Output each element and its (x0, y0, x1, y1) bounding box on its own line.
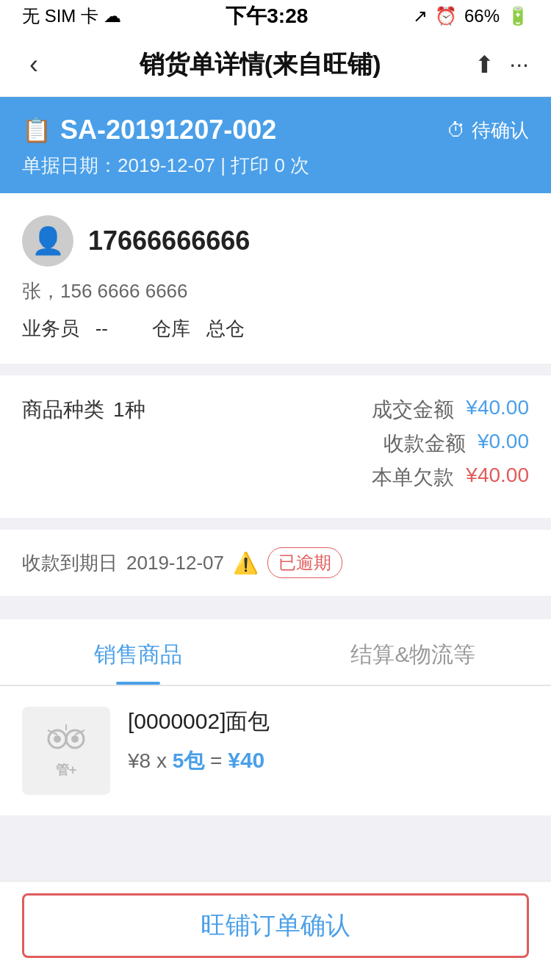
header-date: 单据日期：2019-12-07 | 打印 0 次 (22, 153, 529, 179)
sales-person-row: 业务员 -- (22, 316, 108, 342)
received-value: ¥0.00 (478, 430, 529, 458)
received-row: 收款金额 ¥0.00 (372, 430, 529, 458)
overdue-section: 收款到期日 2019-12-07 ⚠️ 已逾期 (0, 530, 551, 596)
customer-section: 👤 17666666666 张，156 6666 6666 业务员 -- 仓库 … (0, 193, 551, 364)
confirm-order-button[interactable]: 旺铺订单确认 (22, 893, 529, 958)
price-base: ¥8 x (128, 749, 173, 772)
price-qty: 5包 (173, 749, 205, 772)
owed-row: 本单欠款 ¥40.00 (372, 464, 529, 491)
warehouse-label: 仓库 (152, 317, 190, 339)
bottom-bar: 旺铺订单确认 (0, 881, 551, 980)
brand-label: 管+ (56, 761, 77, 779)
product-types-value: 1种 (113, 396, 145, 424)
nav-actions: ⬆ ··· (475, 51, 529, 79)
status-time: 下午3:28 (226, 2, 308, 30)
avatar: 👤 (22, 215, 73, 267)
received-label: 收款金额 (383, 430, 466, 458)
order-id-text: SA-20191207-002 (60, 115, 276, 145)
price-separator: = (204, 749, 228, 772)
divider (0, 608, 551, 619)
stats-section: 商品种类 1种 成交金额 ¥40.00 收款金额 ¥0.00 本单欠款 ¥40.… (0, 375, 551, 518)
product-info: [0000002]面包 ¥8 x 5包 = ¥40 (128, 707, 529, 775)
overdue-warning-icon: ⚠️ (233, 551, 259, 575)
product-section: 管+ [0000002]面包 ¥8 x 5包 = ¥40 (0, 686, 551, 815)
page-title: 销货单详情(来自旺铺) (140, 48, 381, 82)
tab-settlement-label: 结算&物流等 (350, 642, 475, 666)
product-name: [0000002]面包 (128, 707, 529, 737)
nav-bar: ‹ 销货单详情(来自旺铺) ⬆ ··· (0, 32, 551, 97)
tab-settlement[interactable]: 结算&物流等 (276, 619, 551, 685)
status-right: ↗ ⏰ 66% 🔋 (413, 6, 529, 26)
status-left: 无 SIM 卡 ☁ (22, 4, 121, 28)
product-thumbnail: 管+ (22, 707, 110, 795)
customer-phone: 17666666666 (88, 226, 250, 256)
status-badge: ⏱ 待确认 (447, 118, 529, 143)
transaction-value: ¥40.00 (466, 396, 529, 424)
avatar-icon: 👤 (32, 226, 65, 256)
amounts-block: 成交金额 ¥40.00 收款金额 ¥0.00 本单欠款 ¥40.00 (372, 396, 529, 497)
transaction-label: 成交金额 (372, 396, 454, 424)
tab-sales-label: 销售商品 (94, 642, 182, 666)
owed-value: ¥40.00 (466, 464, 529, 491)
customer-meta: 业务员 -- 仓库 总仓 (22, 316, 529, 342)
owed-label: 本单欠款 (372, 464, 454, 491)
share-icon[interactable]: ⬆ (475, 51, 494, 79)
location-icon: ↗ (413, 6, 428, 26)
battery-label: 66% (464, 6, 500, 26)
clock-icon: ⏱ (447, 119, 466, 142)
product-price: ¥8 x 5包 = ¥40 (128, 747, 529, 775)
customer-name: 张，156 6666 6666 (22, 278, 529, 304)
alarm-icon: ⏰ (435, 6, 457, 26)
status-bar: 无 SIM 卡 ☁ 下午3:28 ↗ ⏰ 66% 🔋 (0, 0, 551, 32)
order-id: 📋 SA-20191207-002 (22, 115, 276, 145)
overdue-badge: 已逾期 (267, 547, 342, 578)
status-text: 待确认 (472, 118, 529, 143)
svg-point-3 (71, 735, 79, 743)
product-thumb-icon (44, 723, 88, 758)
price-total: ¥40 (228, 748, 264, 772)
sales-person-label: 业务员 (22, 317, 79, 339)
warehouse-row: 仓库 总仓 (152, 316, 245, 342)
sim-label: 无 SIM 卡 ☁ (22, 4, 121, 28)
tab-sales-products[interactable]: 销售商品 (0, 619, 276, 685)
product-types-row: 商品种类 1种 (22, 396, 145, 424)
header-card: 📋 SA-20191207-002 ⏱ 待确认 单据日期：2019-12-07 … (0, 97, 551, 193)
transaction-row: 成交金额 ¥40.00 (372, 396, 529, 424)
product-types-label: 商品种类 (22, 396, 104, 424)
svg-point-2 (54, 735, 61, 743)
back-button[interactable]: ‹ (22, 42, 46, 87)
tabs-row: 销售商品 结算&物流等 (0, 619, 551, 685)
tabs-section: 销售商品 结算&物流等 (0, 619, 551, 686)
battery-icon: 🔋 (507, 6, 529, 26)
order-icon: 📋 (22, 116, 51, 144)
sales-person-value: -- (96, 317, 108, 339)
overdue-label: 收款到期日 (22, 550, 118, 576)
overdue-date: 2019-12-07 (126, 552, 224, 574)
warehouse-value: 总仓 (206, 317, 245, 339)
more-icon[interactable]: ··· (509, 51, 529, 78)
